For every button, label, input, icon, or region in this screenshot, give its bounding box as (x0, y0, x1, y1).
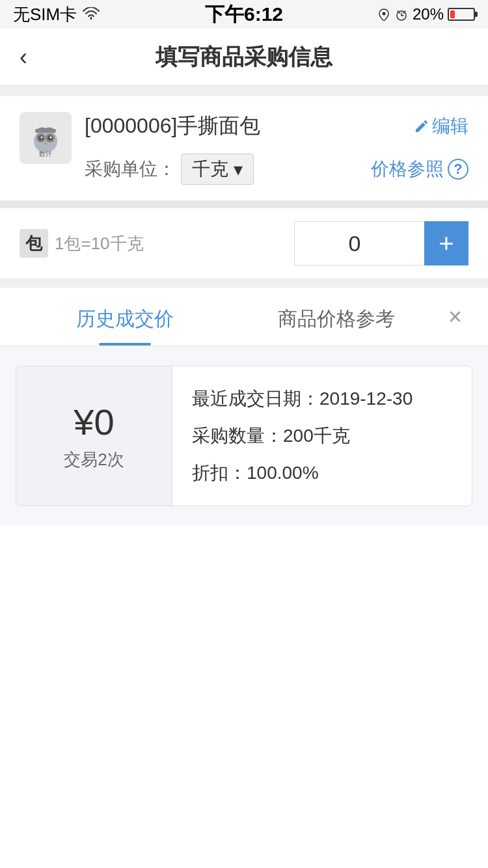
svg-text:数计: 数计 (39, 150, 52, 157)
svg-point-9 (41, 137, 43, 139)
quantity-sub-label: 1包=10千克 (55, 232, 144, 255)
product-unit-row: 采购单位： 千克 ▾ 价格参照 ? (85, 154, 468, 185)
carrier-label: 无SIM卡 (13, 3, 77, 26)
tab-price-reference[interactable]: 商品价格参考 (230, 288, 441, 346)
discount-value: 100.00% (247, 463, 319, 483)
price-reference-button[interactable]: 价格参照 ? (371, 157, 468, 182)
tab-history-price[interactable]: 历史成交价 (20, 288, 230, 346)
section-divider (0, 200, 488, 208)
page-title: 填写商品采购信息 (156, 42, 332, 72)
bottom-area (0, 526, 488, 868)
purchase-qty-value: 200千克 (283, 426, 350, 446)
purchase-qty-row: 采购数量：200千克 (192, 423, 452, 448)
product-card: 数计 [0000006]手撕面包 编辑 采购单位： 千克 ▾ 价格参照 (0, 96, 488, 200)
price-amount: 0 (94, 401, 115, 442)
unit-select[interactable]: 千克 ▾ (181, 154, 254, 185)
nav-bar: ‹ 填写商品采购信息 (0, 29, 488, 86)
battery-icon (448, 8, 475, 21)
status-time: 下午6:12 (205, 1, 283, 28)
status-left: 无SIM卡 (13, 3, 100, 26)
svg-point-4 (34, 129, 57, 153)
svg-point-10 (50, 137, 52, 139)
quantity-row: 包 1包=10千克 + (0, 208, 488, 278)
recent-date-label: 最近成交日期： (192, 388, 319, 409)
recent-date-row: 最近成交日期：2019-12-30 (192, 386, 452, 411)
location-icon (377, 8, 390, 21)
history-detail-right: 最近成交日期：2019-12-30 采购数量：200千克 折扣：100.00% (172, 366, 472, 506)
tabs-close-button[interactable]: × (442, 297, 468, 337)
tabs-header: 历史成交价 商品价格参考 × (0, 288, 488, 346)
wifi-icon (82, 7, 100, 21)
price-ref-icon: ? (448, 159, 468, 180)
product-header: [0000006]手撕面包 编辑 (85, 112, 468, 141)
price-symbol: ¥ (74, 401, 94, 442)
unit-value: 千克 (192, 157, 228, 182)
edit-label: 编辑 (432, 114, 468, 139)
history-trades-count: 交易2次 (64, 448, 124, 471)
discount-row: 折扣：100.00% (192, 460, 452, 485)
product-info: [0000006]手撕面包 编辑 采购单位： 千克 ▾ 价格参照 ? (85, 112, 468, 185)
purchase-qty-label: 采购数量： (192, 426, 283, 446)
battery-fill (450, 10, 455, 18)
svg-point-0 (382, 12, 385, 16)
edit-button[interactable]: 编辑 (414, 114, 468, 139)
history-price-left: ¥0 交易2次 (16, 366, 172, 506)
product-logo: 数计 (20, 112, 72, 164)
history-card: ¥0 交易2次 最近成交日期：2019-12-30 采购数量：200千克 折扣：… (16, 366, 472, 506)
battery-percent: 20% (413, 5, 444, 23)
quantity-unit-box: 包 (20, 229, 48, 258)
edit-icon (414, 118, 429, 134)
discount-label: 折扣： (192, 463, 247, 483)
tab-content: ¥0 交易2次 最近成交日期：2019-12-30 采购数量：200千克 折扣：… (0, 346, 488, 526)
product-name: [0000006]手撕面包 (85, 112, 260, 141)
quantity-label-group: 包 1包=10千克 (20, 229, 144, 258)
unit-label: 采购单位： (85, 157, 176, 182)
tabs-panel: 历史成交价 商品价格参考 × ¥0 交易2次 最近成交日期：2019-12-30… (0, 288, 488, 526)
unit-selector-group: 采购单位： 千克 ▾ (85, 154, 254, 185)
recent-date-value: 2019-12-30 (319, 388, 413, 409)
quantity-input[interactable] (294, 221, 424, 265)
price-ref-label: 价格参照 (371, 157, 444, 182)
status-bar: 无SIM卡 下午6:12 20% (0, 0, 488, 29)
status-right: 20% (377, 5, 475, 23)
alarm-icon (394, 8, 409, 21)
product-logo-image: 数计 (26, 118, 65, 157)
back-button[interactable]: ‹ (13, 37, 34, 77)
history-price-value: ¥0 (74, 401, 114, 443)
dropdown-icon: ▾ (234, 159, 243, 180)
quantity-plus-button[interactable]: + (424, 221, 468, 265)
quantity-input-group: + (294, 221, 468, 265)
